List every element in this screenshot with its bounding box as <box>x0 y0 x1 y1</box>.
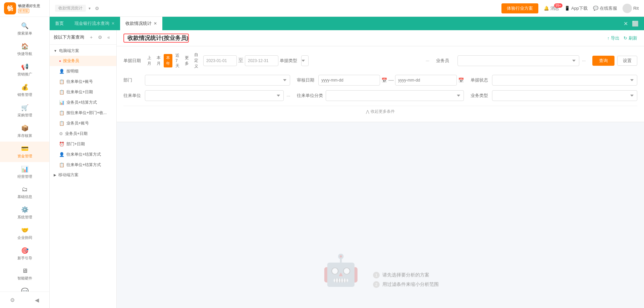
sidebar-item-search[interactable]: 🔍搜索菜单 <box>0 19 49 39</box>
scheme-label-partner_calc1: 往来单位+结算方式 <box>66 152 101 157</box>
date-tab-custom[interactable]: 自定义 <box>192 51 201 70</box>
user-avatar <box>623 4 632 13</box>
online-service-btn[interactable]: 💬 在线客服 <box>593 5 617 11</box>
tab-home[interactable]: 首页 <box>50 17 69 30</box>
group-arrow-desktop: ▼ <box>54 49 57 53</box>
dept-select[interactable] <box>145 75 290 86</box>
scheme-label-by_salesman: 按业务员 <box>63 58 79 64</box>
scheme-item-partner_date[interactable]: 📋往来单位+日期 <box>50 87 116 97</box>
doc-type-more-btn[interactable]: ··· <box>426 58 429 63</box>
salesman-select[interactable] <box>458 55 579 66</box>
tab-close-bank[interactable]: ✕ <box>111 21 115 26</box>
salesman-select-wrapper <box>458 55 579 66</box>
sidebar-item-guide[interactable]: 🎯新手引导 <box>0 244 49 264</box>
app-download-btn[interactable]: 📱 App下载 <box>565 5 588 11</box>
sidebar-item-corp[interactable]: 🤝企业协同 <box>0 223 49 244</box>
scheme-item-partner_calc2[interactable]: 📋往来单位+结算方式 <box>50 160 116 170</box>
sidebar-item-quicknav[interactable]: 🏠快捷导航 <box>0 39 49 60</box>
scheme-item-dept_date[interactable]: ⏰部门+日期 <box>50 139 116 149</box>
tab-close-receipt[interactable]: ✕ <box>154 21 157 26</box>
calendar-to-icon[interactable]: 📅 <box>458 78 464 83</box>
scheme-settings-btn[interactable]: ⚙ <box>96 34 104 41</box>
sidebar-bottom-collapse[interactable]: ◀ <box>32 295 42 305</box>
partner-more-btn[interactable]: ··· <box>286 93 290 98</box>
date-tab-this_year[interactable]: 本年 <box>164 54 172 67</box>
header-dropdown-icon[interactable]: ▾ <box>89 6 91 11</box>
scheme-icon-partner_calc2: 📋 <box>59 162 64 167</box>
scheme-group-title-desktop[interactable]: ▼电脑端方案 <box>50 46 116 56</box>
sidebar-bottom-settings[interactable]: ⚙ <box>7 295 18 305</box>
left-panel: 按以下方案查询 + ⚙ « ▼电脑端方案●按业务员👤按明细📋往来单位+账号📋往来… <box>50 30 117 308</box>
tab-bank[interactable]: 现金银行流水查询✕ <box>69 17 120 30</box>
scheme-group-title-mobile[interactable]: ▶移动端方案 <box>50 170 116 180</box>
collapse-filter-btn[interactable]: ⋀ 收起更多条件 <box>366 109 395 114</box>
sidebar-item-fund[interactable]: 💳资金管理 <box>0 142 49 162</box>
scheme-icon-partner_dept: 📋 <box>59 110 64 115</box>
calendar-from-icon[interactable]: 📅 <box>381 78 387 83</box>
sidebar-item-stock[interactable]: 📦库存核算 <box>0 121 49 142</box>
add-scheme-btn[interactable]: + <box>88 34 95 41</box>
logo-icon: 畅 <box>4 2 16 14</box>
sidebar-item-hardware[interactable]: 🖥智能硬件 <box>0 264 49 284</box>
dept-select-wrapper <box>145 75 290 86</box>
sidebar-item-purchase[interactable]: 🛒采购管理 <box>0 101 49 121</box>
window-close-btn[interactable]: ✕ <box>624 20 628 27</box>
demo-btn[interactable]: 体验行业方案 <box>501 3 538 13</box>
date-tab-last_month[interactable]: 上月 <box>145 54 154 67</box>
user-avatar-btn[interactable]: Rit <box>623 4 639 13</box>
refresh-btn[interactable]: ↻ 刷新 <box>624 35 637 41</box>
collapse-bar: ⋀ 收起更多条件 <box>123 106 637 117</box>
date-tab-this_month[interactable]: 本月 <box>154 54 163 67</box>
purchase-icon: 🛒 <box>21 104 29 111</box>
system-icon: ⚙️ <box>21 206 29 213</box>
export-icon: ↑ <box>607 36 610 41</box>
collapse-panel-btn[interactable]: « <box>105 34 112 41</box>
review-date-to[interactable] <box>395 75 457 86</box>
date-from-input[interactable] <box>203 55 237 66</box>
doc-type-label: 单据类型 <box>280 58 299 64</box>
message-btn[interactable]: 🔔 消息 99+ <box>544 5 559 11</box>
filter-row-2: 部门 审核日期 📅 — 📅 <box>123 75 637 86</box>
scheme-item-partner_calc1[interactable]: 👤往来单位+结算方式 <box>50 149 116 160</box>
window-maximize-btn[interactable]: ⬜ <box>632 20 639 27</box>
sidebar-item-operation[interactable]: 📊经营管理 <box>0 162 49 183</box>
scheme-label-partner_dept: 按往来单位+部门+收... <box>66 110 107 116</box>
query-btn[interactable]: 查询 <box>592 56 614 66</box>
sidebar-item-system[interactable]: ⚙️系统管理 <box>0 203 49 223</box>
date-tab-more[interactable]: 更多 <box>182 54 191 67</box>
settings-btn[interactable]: 设置 <box>617 56 637 66</box>
filter-dept: 部门 <box>123 75 290 86</box>
review-date-from[interactable] <box>318 75 380 86</box>
scheme-item-salesman_account[interactable]: 📋业务员+账号 <box>50 118 116 129</box>
scheme-item-partner_account[interactable]: 📋往来单位+账号 <box>50 76 116 87</box>
scheme-item-by_detail[interactable]: 👤按明细 <box>50 66 116 76</box>
sidebar-item-basic[interactable]: 🗂基础信息 <box>0 183 49 203</box>
sidebar-item-sales[interactable]: 💰销售管理 <box>0 80 49 101</box>
sidebar-item-marketing[interactable]: 📢营销推广 <box>0 60 49 80</box>
left-panel-header: 按以下方案查询 + ⚙ « <box>50 30 116 45</box>
hint-item-1: 2用过滤条件来缩小分析范围 <box>373 281 439 288</box>
refresh-icon: ↻ <box>624 36 627 41</box>
app-logo: 畅 畅捷通好生意 标准版 <box>0 0 49 17</box>
date-to-input[interactable] <box>245 55 278 66</box>
scheme-item-partner_dept[interactable]: 📋按往来单位+部门+收... <box>50 108 116 118</box>
sidebar-item-wechat[interactable]: 💬企业微信 <box>0 284 49 292</box>
salesman-more-btn[interactable]: ··· <box>582 58 586 63</box>
date-tab-last7[interactable]: 近7天 <box>173 52 182 70</box>
biz-type-select[interactable] <box>492 90 637 101</box>
review-date-label: 审核日期 <box>297 77 316 83</box>
partner-cat-select[interactable] <box>326 90 464 101</box>
page-content: 按以下方案查询 + ⚙ « ▼电脑端方案●按业务员👤按明细📋往来单位+账号📋往来… <box>50 30 644 308</box>
scheme-item-salesman_calc[interactable]: 📊业务员+结算方式 <box>50 97 116 108</box>
page-title: 收款情况统计(按业务员) <box>123 34 189 43</box>
doc-status-select[interactable] <box>492 75 637 86</box>
sales-icon: 💰 <box>21 84 29 91</box>
tab-receipt[interactable]: 收款情况统计✕ <box>120 17 162 30</box>
doc-type-select[interactable] <box>301 55 309 66</box>
sidebar-label-fund: 资金管理 <box>17 154 32 159</box>
scheme-item-by_salesman[interactable]: ●按业务员 <box>50 56 116 66</box>
export-btn[interactable]: ↑ 导出 <box>607 35 620 41</box>
scheme-item-salesman_date[interactable]: ⚙业务员+日期 <box>50 129 116 139</box>
header-settings-icon[interactable]: ⚙ <box>93 5 101 12</box>
partner-select[interactable] <box>145 90 284 101</box>
